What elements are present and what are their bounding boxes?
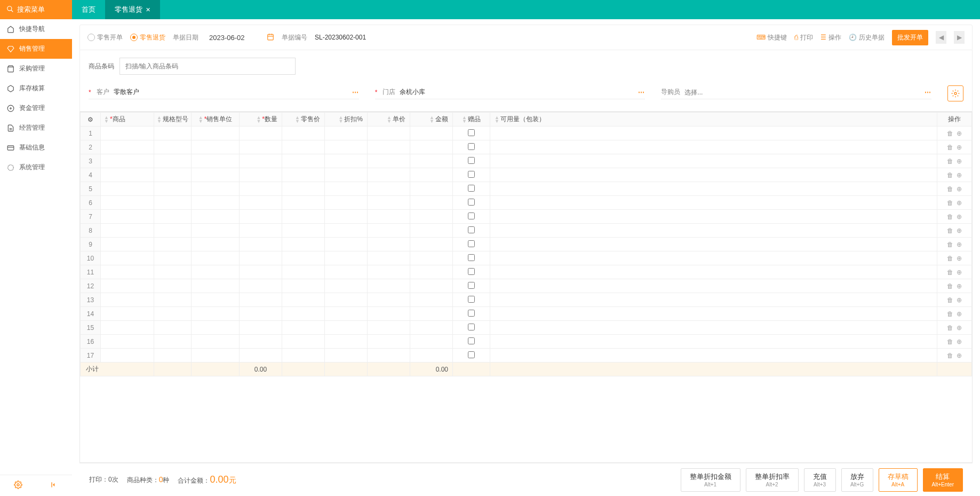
- table-row[interactable]: 1🗑⊕: [81, 127, 972, 140]
- footer-button[interactable]: 整单折扣金额Alt+1: [681, 468, 740, 492]
- table-row[interactable]: 6🗑⊕: [81, 196, 972, 210]
- gift-checkbox[interactable]: [468, 337, 475, 344]
- form-settings-button[interactable]: [947, 85, 963, 101]
- table-row[interactable]: 3🗑⊕: [81, 154, 972, 168]
- table-row[interactable]: 2🗑⊕: [81, 140, 972, 154]
- footer-button[interactable]: 存草稿Alt+A: [879, 468, 918, 492]
- footer-button[interactable]: 放弃Alt+G: [841, 468, 873, 492]
- delete-icon[interactable]: 🗑: [947, 213, 953, 221]
- add-icon[interactable]: ⊕: [957, 213, 962, 221]
- lookup-icon[interactable]: ⋯: [352, 89, 359, 96]
- gift-checkbox[interactable]: [468, 171, 475, 178]
- delete-icon[interactable]: 🗑: [947, 171, 953, 179]
- table-row[interactable]: 16🗑⊕: [81, 335, 972, 349]
- add-icon[interactable]: ⊕: [957, 269, 962, 276]
- add-icon[interactable]: ⊕: [957, 199, 962, 207]
- gift-checkbox[interactable]: [468, 226, 475, 233]
- close-icon[interactable]: ✕: [146, 6, 150, 13]
- delete-icon[interactable]: 🗑: [947, 310, 953, 318]
- col-discount[interactable]: ▲▼折扣%: [325, 113, 368, 127]
- lookup-icon[interactable]: ⋯: [638, 89, 645, 96]
- col-unit[interactable]: ▲▼*销售单位: [192, 113, 240, 127]
- delete-icon[interactable]: 🗑: [947, 282, 953, 290]
- history-link[interactable]: 🕘历史单据: [849, 33, 885, 42]
- guide-input[interactable]: [684, 89, 920, 96]
- col-spec[interactable]: ▲▼规格型号: [154, 113, 192, 127]
- add-icon[interactable]: ⊕: [957, 255, 962, 262]
- customer-field[interactable]: * 客户 零散客户 ⋯: [89, 88, 359, 99]
- table-row[interactable]: 5🗑⊕: [81, 182, 972, 196]
- settings-icon[interactable]: [14, 481, 22, 491]
- tab-零售退货[interactable]: 零售退货✕: [105, 0, 160, 19]
- table-row[interactable]: 9🗑⊕: [81, 238, 972, 251]
- table-row[interactable]: 7🗑⊕: [81, 210, 972, 224]
- delete-icon[interactable]: 🗑: [947, 324, 953, 332]
- gift-checkbox[interactable]: [468, 310, 475, 317]
- add-icon[interactable]: ⊕: [957, 352, 962, 359]
- search-menu-button[interactable]: 搜索菜单: [0, 0, 72, 19]
- col-price[interactable]: ▲▼单价: [368, 113, 410, 127]
- next-arrow-button[interactable]: ▶: [954, 31, 965, 44]
- gift-checkbox[interactable]: [468, 324, 475, 330]
- sidebar-item-money[interactable]: 资金管理: [0, 98, 72, 118]
- shortcut-link[interactable]: ⌨快捷键: [756, 33, 787, 42]
- delete-icon[interactable]: 🗑: [947, 269, 953, 276]
- delete-icon[interactable]: 🗑: [947, 199, 953, 207]
- date-input[interactable]: [206, 32, 259, 44]
- add-icon[interactable]: ⊕: [957, 171, 962, 179]
- sidebar-item-home[interactable]: 快捷导航: [0, 19, 72, 39]
- gift-checkbox[interactable]: [468, 351, 475, 358]
- table-row[interactable]: 12🗑⊕: [81, 279, 972, 293]
- sidebar-item-gear-dashed[interactable]: 系统管理: [0, 158, 72, 177]
- footer-button[interactable]: 结算Alt+Enter: [923, 468, 963, 492]
- operate-link[interactable]: ☰操作: [820, 33, 841, 42]
- gift-checkbox[interactable]: [468, 296, 475, 303]
- add-icon[interactable]: ⊕: [957, 338, 962, 345]
- table-row[interactable]: 10🗑⊕: [81, 251, 972, 265]
- gift-checkbox[interactable]: [468, 282, 475, 289]
- guide-field[interactable]: 导购员 ⋯: [661, 88, 931, 99]
- footer-button[interactable]: 充值Alt+3: [804, 468, 836, 492]
- col-qty[interactable]: ▲▼*数量: [240, 113, 282, 127]
- delete-icon[interactable]: 🗑: [947, 185, 953, 193]
- col-avail[interactable]: ▲▼可用量（包装）: [490, 113, 937, 127]
- table-row[interactable]: 14🗑⊕: [81, 307, 972, 321]
- add-icon[interactable]: ⊕: [957, 296, 962, 304]
- table-row[interactable]: 13🗑⊕: [81, 293, 972, 307]
- sidebar-item-bag[interactable]: 采购管理: [0, 59, 72, 78]
- gift-checkbox[interactable]: [468, 268, 475, 275]
- table-row[interactable]: 15🗑⊕: [81, 321, 972, 335]
- add-icon[interactable]: ⊕: [957, 158, 962, 165]
- lookup-icon[interactable]: ⋯: [925, 89, 931, 96]
- col-gift[interactable]: ▲▼赠品: [453, 113, 490, 127]
- sidebar-item-card[interactable]: 基础信息: [0, 138, 72, 158]
- col-amount[interactable]: ▲▼金额: [410, 113, 453, 127]
- batch-order-button[interactable]: 批发开单: [892, 30, 928, 45]
- col-gear[interactable]: ⚙: [81, 113, 101, 127]
- radio-retail-open[interactable]: 零售开单: [87, 33, 123, 42]
- col-retail[interactable]: ▲▼零售价: [282, 113, 325, 127]
- delete-icon[interactable]: 🗑: [947, 144, 953, 151]
- add-icon[interactable]: ⊕: [957, 282, 962, 290]
- gift-checkbox[interactable]: [468, 143, 475, 150]
- delete-icon[interactable]: 🗑: [947, 241, 953, 248]
- delete-icon[interactable]: 🗑: [947, 352, 953, 359]
- delete-icon[interactable]: 🗑: [947, 130, 953, 137]
- table-row[interactable]: 8🗑⊕: [81, 224, 972, 238]
- table-row[interactable]: 17🗑⊕: [81, 349, 972, 363]
- sidebar-item-box[interactable]: 库存核算: [0, 78, 72, 98]
- gift-checkbox[interactable]: [468, 254, 475, 261]
- add-icon[interactable]: ⊕: [957, 241, 962, 248]
- print-link[interactable]: ⎙打印: [794, 33, 813, 42]
- barcode-input[interactable]: [119, 58, 296, 75]
- footer-button[interactable]: 整单折扣率Alt+2: [746, 468, 799, 492]
- gift-checkbox[interactable]: [468, 185, 475, 192]
- prev-arrow-button[interactable]: ◀: [936, 31, 946, 44]
- add-icon[interactable]: ⊕: [957, 310, 962, 318]
- delete-icon[interactable]: 🗑: [947, 158, 953, 165]
- sidebar-item-diamond[interactable]: 销售管理: [0, 39, 72, 59]
- add-icon[interactable]: ⊕: [957, 185, 962, 193]
- table-row[interactable]: 4🗑⊕: [81, 168, 972, 182]
- store-field[interactable]: * 门店 余杭小库 ⋯: [375, 88, 646, 99]
- delete-icon[interactable]: 🗑: [947, 296, 953, 304]
